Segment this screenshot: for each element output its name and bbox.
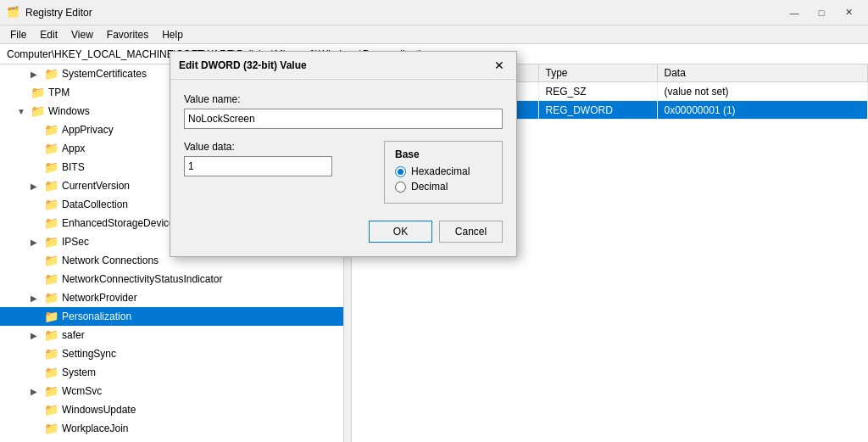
tree-label: safer <box>62 329 85 341</box>
dialog-title-bar: Edit DWORD (32-bit) Value ✕ <box>352 64 516 80</box>
cancel-button[interactable]: Cancel <box>439 221 503 243</box>
hexadecimal-radio[interactable]: Hexadecimal <box>395 165 492 177</box>
tree-item-personalization[interactable]: 📁 Personalization <box>0 307 351 326</box>
tree-label: TPM <box>48 87 70 98</box>
tree-label: SystemCertificates <box>62 68 147 80</box>
tree-label: EnhancedStorageDevices <box>62 217 180 229</box>
expand-arrow: ▶ <box>31 387 44 396</box>
tree-label: AppPrivacy <box>62 124 114 136</box>
tree-label: SettingSync <box>62 348 116 360</box>
menu-edit[interactable]: Edit <box>33 27 64 42</box>
folder-icon: 📁 <box>44 328 58 342</box>
right-panel: Name Type Data ab(Default) REG_SZ (value… <box>352 64 868 442</box>
folder-icon: 📁 <box>44 67 58 81</box>
value-data-section: Value data: <box>352 141 370 176</box>
tree-item-windowsupdate[interactable]: 📁 WindowsUpdate <box>0 400 351 419</box>
folder-icon: 📁 <box>44 291 58 305</box>
tree-item-wcmsvc[interactable]: ▶ 📁 WcmSvc <box>0 382 351 400</box>
folder-icon: 📁 <box>44 403 58 417</box>
base-label: Base <box>395 148 492 160</box>
registry-type: REG_SZ <box>538 82 657 101</box>
tree-label: CurrentVersion <box>62 180 130 192</box>
col-data: Data <box>657 64 868 82</box>
folder-icon: 📁 <box>44 142 58 155</box>
hexadecimal-label: Hexadecimal <box>411 165 470 177</box>
maximize-button[interactable]: □ <box>809 4 834 21</box>
tree-label: DataCollection <box>62 199 128 210</box>
tree-label: Personalization <box>62 311 131 322</box>
folder-icon: 📁 <box>44 347 58 361</box>
tree-item-workplacejoin[interactable]: 📁 WorkplaceJoin <box>0 419 351 438</box>
dialog-buttons: OK Cancel <box>352 221 503 243</box>
expand-arrow: ▶ <box>31 294 44 303</box>
decimal-label: Decimal <box>411 181 448 193</box>
tree-label: Network Connections <box>62 255 159 266</box>
folder-icon: 📁 <box>44 216 58 230</box>
decimal-radio-circle <box>395 182 406 193</box>
folder-icon: 📁 <box>44 272 58 286</box>
tree-label: NetworkProvider <box>62 292 137 304</box>
tree-label: Appx <box>62 143 85 154</box>
tree-label: System <box>62 366 96 378</box>
menu-bar: File Edit View Favorites Help <box>0 25 868 44</box>
close-button[interactable]: ✕ <box>836 4 861 21</box>
folder-icon: 📁 <box>44 198 58 211</box>
tree-label: IPSec <box>62 236 89 248</box>
tree-item-system[interactable]: 📁 System <box>0 363 351 382</box>
folder-icon: 📁 <box>44 310 58 323</box>
dialog-row: Value data: Base Hexadecimal Decimal <box>352 141 503 204</box>
tree-label: WcmSvc <box>62 385 102 397</box>
title-bar: 🗂️ Registry Editor — □ ✕ <box>0 0 868 25</box>
registry-data: 0x00000001 (1) <box>657 101 868 120</box>
expand-arrow: ▶ <box>31 182 44 191</box>
tree-item-settingsync[interactable]: 📁 SettingSync <box>0 344 351 363</box>
main-content: ▶ 📁 SystemCertificates 📁 TPM ▼ 📁 Windows… <box>0 64 868 442</box>
hexadecimal-radio-circle <box>395 166 406 177</box>
dialog-body: Value name: Value data: Base Hexadecimal <box>352 80 516 256</box>
value-name-label: Value name: <box>352 93 503 105</box>
menu-help[interactable]: Help <box>155 27 190 42</box>
value-name-input[interactable] <box>352 109 503 129</box>
tree-label: WindowsUpdate <box>62 404 136 416</box>
tree-label: WorkplaceJoin <box>62 422 128 434</box>
expand-arrow: ▶ <box>31 70 44 79</box>
folder-icon: 📁 <box>31 104 45 118</box>
expand-arrow: ▶ <box>31 238 44 247</box>
registry-type: REG_DWORD <box>538 101 657 120</box>
expand-arrow: ▼ <box>17 107 31 116</box>
window-controls: — □ ✕ <box>782 4 861 21</box>
app-icon: 🗂️ <box>7 6 20 20</box>
menu-view[interactable]: View <box>64 27 100 42</box>
expand-arrow: ▶ <box>31 331 44 340</box>
tree-item-safer[interactable]: ▶ 📁 safer <box>0 326 351 344</box>
folder-icon: 📁 <box>44 160 58 174</box>
folder-icon: 📁 <box>44 384 58 398</box>
dialog-close-button[interactable]: ✕ <box>491 64 508 74</box>
minimize-button[interactable]: — <box>782 4 807 21</box>
folder-icon: 📁 <box>44 422 58 435</box>
menu-favorites[interactable]: Favorites <box>100 27 155 42</box>
folder-icon: 📁 <box>31 86 45 99</box>
tree-item-networkprovider[interactable]: ▶ 📁 NetworkProvider <box>0 288 351 307</box>
folder-icon: 📁 <box>44 235 58 249</box>
folder-icon: 📁 <box>44 179 58 193</box>
value-data-label: Value data: <box>352 141 370 153</box>
col-type: Type <box>538 64 657 82</box>
tree-label: BITS <box>62 161 85 173</box>
decimal-radio[interactable]: Decimal <box>395 181 492 193</box>
folder-icon: 📁 <box>44 366 58 379</box>
registry-data: (value not set) <box>657 82 868 101</box>
ok-button[interactable]: OK <box>369 221 432 243</box>
tree-label: Windows <box>48 105 90 117</box>
menu-file[interactable]: File <box>3 27 33 42</box>
edit-dword-dialog: Edit DWORD (32-bit) Value ✕ Value name: … <box>352 64 517 257</box>
folder-icon: 📁 <box>44 123 58 137</box>
folder-icon: 📁 <box>44 254 58 267</box>
app-title: Registry Editor <box>25 7 782 19</box>
tree-label: NetworkConnectivityStatusIndicator <box>62 273 222 285</box>
tree-item-networkconnectivitystatusindicator[interactable]: 📁 NetworkConnectivityStatusIndicator <box>0 270 351 288</box>
base-section: Base Hexadecimal Decimal <box>384 141 503 204</box>
